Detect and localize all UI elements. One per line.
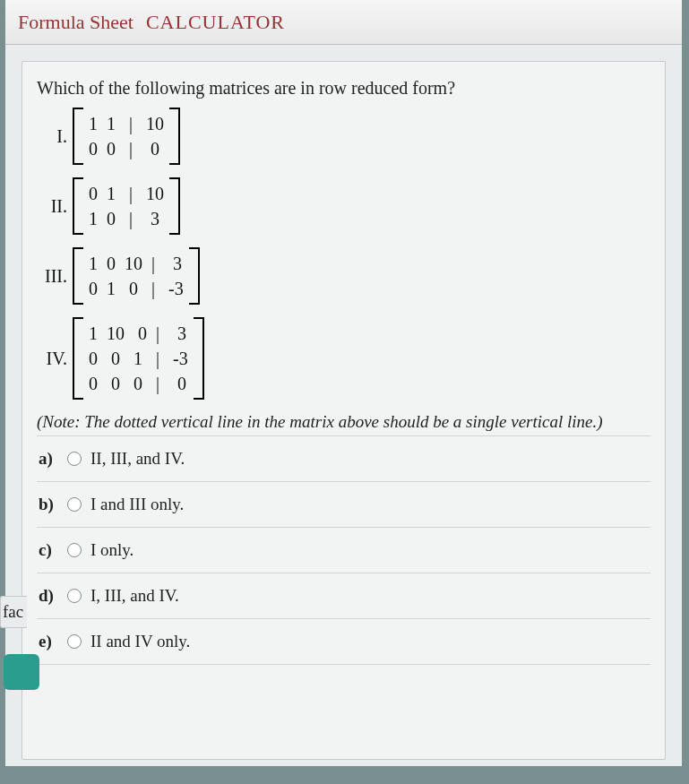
option-text: II, III, and IV. xyxy=(90,449,185,469)
matrix-row: 0 0 | 0 xyxy=(89,136,164,161)
option-letter: e) xyxy=(39,632,58,651)
option-text: I only. xyxy=(90,540,133,560)
option-letter: c) xyxy=(39,540,58,560)
matrix-I: I. 1 1 | 10 0 0 | 0 xyxy=(37,108,650,165)
bracket-right-icon xyxy=(191,247,200,305)
bracket-left-icon xyxy=(73,317,82,400)
option-e[interactable]: e) II and IV only. xyxy=(37,618,650,665)
matrix-label: III. xyxy=(37,266,67,287)
bracket-left-icon xyxy=(73,177,82,235)
option-b[interactable]: b) I and III only. xyxy=(37,481,650,527)
option-a[interactable]: a) II, III, and IV. xyxy=(37,435,650,481)
option-d[interactable]: d) I, III, and IV. xyxy=(37,573,650,618)
formula-sheet-tab[interactable]: Formula Sheet xyxy=(18,11,133,34)
matrix-label: II. xyxy=(37,196,67,217)
option-c[interactable]: c) I only. xyxy=(37,527,650,573)
option-letter: b) xyxy=(39,495,58,514)
radio-icon[interactable] xyxy=(67,497,82,512)
bracket-right-icon xyxy=(171,108,180,165)
matrix-row: 1 1 | 10 xyxy=(89,111,164,136)
bracket-left-icon xyxy=(73,108,82,165)
matrix-row: 0 0 1 | -3 xyxy=(89,346,188,371)
matrix-row: 1 10 0 | 3 xyxy=(89,321,188,346)
matrix-row: 1 0 | 3 xyxy=(89,206,164,231)
answer-options: a) II, III, and IV. b) I and III only. c… xyxy=(37,435,650,665)
help-widget[interactable] xyxy=(4,654,39,690)
radio-icon[interactable] xyxy=(67,589,82,603)
matrix-row: 1 0 10 | 3 xyxy=(89,251,184,276)
calculator-tab[interactable]: CALCULATOR xyxy=(146,11,285,34)
matrix-row: 0 1 0 | -3 xyxy=(89,276,184,301)
bracket-right-icon xyxy=(171,177,180,235)
bracket-left-icon xyxy=(73,247,82,305)
matrix-III: III. 1 0 10 | 3 0 1 0 | -3 xyxy=(37,247,650,305)
matrix-label: IV. xyxy=(37,349,67,369)
matrix-IV: IV. 1 10 0 | 3 0 0 1 | -3 0 0 0 | 0 xyxy=(37,317,650,400)
radio-icon[interactable] xyxy=(67,452,82,466)
sidebar-tab[interactable]: fac xyxy=(0,596,27,628)
option-text: I and III only. xyxy=(90,495,184,514)
note-text: (Note: The dotted vertical line in the m… xyxy=(37,412,650,432)
option-text: I, III, and IV. xyxy=(90,586,179,606)
option-text: II and IV only. xyxy=(90,632,190,651)
radio-icon[interactable] xyxy=(67,543,82,557)
titlebar: Formula Sheet CALCULATOR xyxy=(5,0,682,45)
matrix-II: II. 0 1 | 10 1 0 | 3 xyxy=(37,177,650,235)
radio-icon[interactable] xyxy=(67,634,82,649)
matrix-label: I. xyxy=(37,126,67,147)
matrix-row: 0 1 | 10 xyxy=(89,181,164,206)
app-window: Formula Sheet CALCULATOR fac Which of th… xyxy=(5,0,682,766)
bracket-right-icon xyxy=(195,317,204,400)
option-letter: a) xyxy=(39,449,58,469)
question-panel: Which of the following matrices are in r… xyxy=(22,61,666,760)
question-text: Which of the following matrices are in r… xyxy=(37,78,650,99)
option-letter: d) xyxy=(39,586,58,606)
matrix-row: 0 0 0 | 0 xyxy=(89,371,188,396)
